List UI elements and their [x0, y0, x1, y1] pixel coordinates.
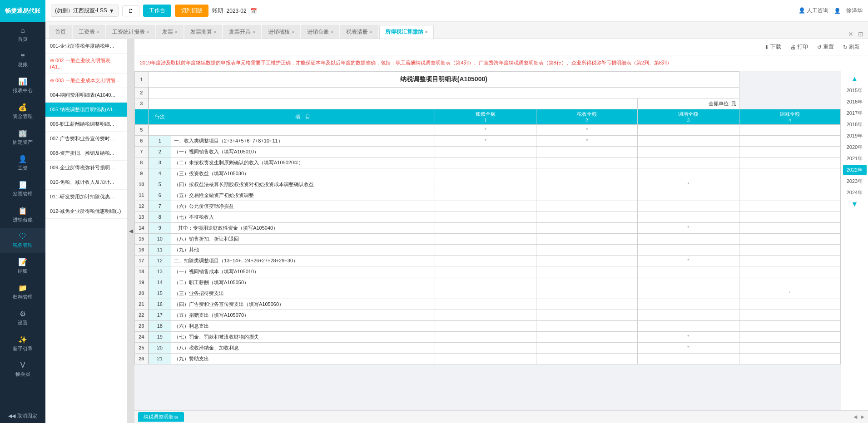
maximize-icon[interactable]: ⊡: [857, 30, 864, 39]
left-item-004[interactable]: 004-期间费用明细表(A1040...: [45, 88, 127, 103]
tab-close-salary[interactable]: ×: [97, 30, 99, 34]
left-item-007[interactable]: 007-广告费和业务宣传费时...: [45, 132, 127, 146]
data-row-11: 11 6 （五）交易性金融资产初始投资调整: [135, 190, 841, 201]
workbench-button[interactable]: 工作台: [143, 5, 171, 17]
collapse-icon: ◀: [129, 228, 133, 234]
tab-audit[interactable]: 进销稽核 ×: [262, 25, 300, 39]
sidebar-bottom: ◀◀ 取消固定: [0, 409, 45, 423]
refresh-icon: ↻: [843, 44, 848, 50]
sidebar-item-sales[interactable]: 📋 进销台账: [0, 202, 45, 228]
bottom-scroll-left[interactable]: ◀: [853, 414, 857, 420]
year-2019[interactable]: 2019年: [843, 131, 867, 141]
bottom-scroll-right[interactable]: ▶: [861, 414, 864, 420]
tab-close-invoice-issue[interactable]: ×: [253, 30, 255, 34]
company-dropdown-icon: ▼: [109, 8, 114, 14]
sidebar-item-guide[interactable]: ✨ 新手引导: [0, 331, 45, 357]
tab-invoice-calc[interactable]: 发票测算 ×: [184, 25, 223, 39]
close-period-icon: 📝: [18, 258, 27, 266]
tab-close-income-tax[interactable]: ×: [425, 30, 428, 34]
sidebar-item-ledger[interactable]: ≡ 总账: [0, 47, 45, 73]
print-button[interactable]: 🖨 打印: [788, 42, 811, 52]
data-row-6: 6 1 一、收入类调整项目（2+3+4+5+6+7+8+10+11） * *: [135, 135, 841, 146]
reset-button[interactable]: ↺ 重置: [814, 42, 837, 52]
sidebar-item-close[interactable]: 📝 结账: [0, 253, 45, 279]
sidebar-item-tax[interactable]: 🛡 税务管理: [0, 228, 45, 253]
year-2023[interactable]: 2023年: [843, 176, 867, 187]
year-2018[interactable]: 2018年: [843, 119, 867, 130]
tab-home[interactable]: 首页: [49, 25, 72, 39]
year-2017[interactable]: 2017年: [843, 108, 867, 118]
sidebar: 畅捷通易代账 ⌂ 首页 ≡ 总账 📊 报表中心 💰 资金管理 🏢 固定资产 👤 …: [0, 0, 45, 423]
left-item-008[interactable]: 008-资产折旧、摊销及纳税...: [45, 146, 127, 161]
tab-close-invoice-calc[interactable]: ×: [214, 30, 217, 34]
row-5: 5 * *: [135, 124, 841, 135]
left-item-003[interactable]: ⊗ 003-一般企业成本支出明细...: [45, 74, 127, 88]
tab-salary-report[interactable]: 工资统计报表 ×: [106, 25, 155, 39]
sheet-area: ⬇ 下载 🖨 打印 ↺ 重置 ↻ 刷新 2019年度涉及取以前年度继续数: [134, 39, 868, 423]
company-selector[interactable]: (勿删）江西股室-LSS ▼: [51, 5, 119, 17]
data-row-7: 7 2 （一）视同销售收入（填写A105010）: [135, 146, 841, 157]
col-d-header: 税收全额2: [536, 109, 637, 124]
tab-income-tax[interactable]: 所得税汇算缴纳 ×: [379, 25, 434, 39]
year-2015[interactable]: 2015年: [843, 85, 867, 96]
sidebar-item-finance[interactable]: 💰 资金管理: [0, 98, 45, 124]
year-2016[interactable]: 2016年: [843, 97, 867, 107]
right-year-panel: ▲ 2015年 2016年 2017年 2018年 2019年 2020年 20…: [841, 71, 868, 410]
left-item-009[interactable]: 009-企业所得税弥补亏损明...: [45, 161, 127, 175]
bottom-tab-adjust[interactable]: 纳税调整明细表: [138, 412, 184, 422]
tab-salary[interactable]: 工资表 ×: [73, 25, 105, 39]
data-row-21: 21 16 （四）广告费和业务宣传费支出（填写A105060）: [135, 299, 841, 310]
sidebar-item-settings[interactable]: ⚙ 设置: [0, 305, 45, 331]
tab-ledger[interactable]: 进销台账 ×: [301, 25, 339, 39]
sidebar-item-salary[interactable]: 👤 工资: [0, 150, 45, 176]
tab-invoice[interactable]: 发票 ×: [156, 25, 184, 39]
calendar-icon[interactable]: 📅: [250, 8, 257, 14]
tab-close-area: ✕ ⊡: [847, 30, 864, 39]
copy-button[interactable]: 🗋: [122, 5, 139, 16]
close-all-icon[interactable]: ✕: [847, 30, 854, 39]
tab-close-salary-report[interactable]: ×: [147, 30, 149, 34]
collapse-panel-button[interactable]: ◀: [127, 39, 134, 423]
year-scroll-up[interactable]: ▲: [849, 73, 860, 85]
spreadsheet-scroll[interactable]: 1 纳税调整项目明细表(A105000) 2 3: [134, 71, 841, 410]
tab-close-tax-list[interactable]: ×: [370, 30, 372, 34]
year-2021[interactable]: 2021年: [843, 153, 867, 164]
tab-tax-list[interactable]: 税表清册 ×: [340, 25, 378, 39]
sidebar-item-home[interactable]: ⌂ 首页: [0, 22, 45, 47]
year-2022[interactable]: 2022年: [843, 165, 867, 175]
sidebar-item-reports[interactable]: 📊 报表中心: [0, 73, 45, 98]
sidebar-item-assets[interactable]: 🏢 固定资产: [0, 124, 45, 150]
year-2020[interactable]: 2020年: [843, 142, 867, 152]
col-c-header: 账载全额1: [435, 109, 536, 124]
left-item-005[interactable]: 005-纳税调整项目明细表(A1...: [45, 103, 127, 117]
sidebar-item-archive[interactable]: 📁 归档管理: [0, 279, 45, 305]
tab-close-audit[interactable]: ×: [292, 30, 294, 34]
sidebar-item-vip[interactable]: V 畅会员: [0, 357, 45, 382]
home-icon: ⌂: [20, 26, 25, 34]
assets-icon: 🏢: [18, 129, 27, 138]
support-link[interactable]: 👤 人工咨询: [799, 7, 828, 15]
left-item-001[interactable]: 001-企业所得税年度纳税申...: [45, 39, 127, 54]
tab-close-ledger[interactable]: ×: [331, 30, 333, 34]
tab-bar: 首页 工资表 × 工资统计报表 × 发票 × 发票测算 × 发票开具 × 进销稽…: [45, 22, 868, 39]
data-row-25: 25 20 （八）税收滞纳金、加收利息 *: [135, 342, 841, 353]
download-button[interactable]: ⬇ 下载: [762, 42, 784, 52]
sidebar-item-invoice[interactable]: 🧾 发票管理: [0, 176, 45, 202]
left-item-010[interactable]: 010-免税、减计收入及加计...: [45, 175, 127, 190]
left-item-012[interactable]: 012-减免企业所得税优惠明细(..): [45, 204, 127, 219]
row-1-num: 1: [135, 71, 149, 87]
left-item-002[interactable]: ⊗ 002-一般企业收入明细表(A1...: [45, 54, 127, 74]
switch-button[interactable]: 切到旧版: [175, 5, 208, 17]
data-row-14: 14 9 其中：专项用途财政性资金（填写A105040） *: [135, 222, 841, 233]
year-scroll-down[interactable]: ▼: [849, 198, 860, 210]
tab-invoice-issue[interactable]: 发票开具 ×: [223, 25, 261, 39]
left-item-011[interactable]: 011-研发费用加计扣除优惠...: [45, 190, 127, 204]
refresh-button[interactable]: ↻ 刷新: [840, 42, 863, 52]
tab-close-invoice[interactable]: ×: [175, 30, 178, 34]
topbar-right: 👤 人工咨询 👤 徐泽华: [799, 7, 863, 15]
year-2024[interactable]: 2024年: [843, 187, 867, 198]
period-label: 账期 2023-02 📅: [212, 7, 257, 15]
main-area: (勿删）江西股室-LSS ▼ 🗋 工作台 切到旧版 账期 2023-02 📅 👤…: [45, 0, 868, 423]
left-item-006[interactable]: 006-职工薪酬纳税调整明细...: [45, 117, 127, 132]
unfix-button[interactable]: ◀◀ 取消固定: [0, 409, 45, 423]
